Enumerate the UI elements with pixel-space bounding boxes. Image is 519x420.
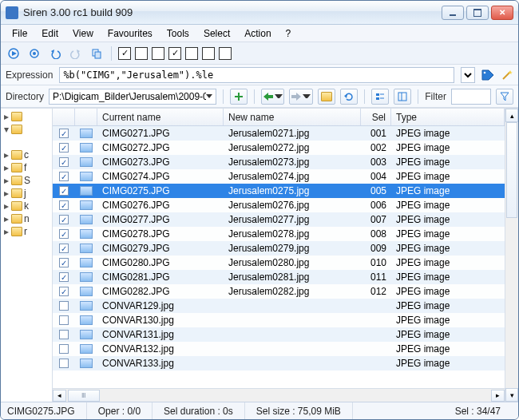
tree-item[interactable]: ▸r [2,225,50,238]
nav-forward-button[interactable] [289,89,312,105]
close-button[interactable] [491,6,513,20]
play-icon[interactable] [6,46,22,61]
maximize-button[interactable] [466,6,489,20]
table-row[interactable]: CIMG0274.JPGJerusalem0274.jpg004JPEG ima… [53,169,505,184]
row-checkbox[interactable] [59,200,69,210]
tree-item[interactable]: ▾ [2,123,50,136]
row-checkbox[interactable] [59,186,69,196]
refresh-button[interactable] [340,89,358,105]
tree-item[interactable]: ▸f [2,161,50,174]
directory-combo[interactable]: P:\Digicam_Bilder\Jerusalem\2009-08-27 0 [49,89,216,105]
tree-item[interactable]: ▸j [2,187,50,200]
menu-tools[interactable]: Tools [160,26,196,41]
table-row[interactable]: CIMG0282.JPGJerusalem0282.jpg012JPEG ima… [53,284,505,299]
scroll-up-button[interactable]: ▴ [505,109,518,122]
table-row[interactable]: CIMG0281.JPGJerusalem0281.jpg011JPEG ima… [53,270,505,284]
menu-select[interactable]: Select [197,26,236,41]
scroll-thumb[interactable] [506,122,517,218]
toolbar-check-1[interactable] [135,47,148,60]
row-checkbox[interactable] [59,229,69,239]
row-checkbox[interactable] [59,172,69,181]
nav-up-button[interactable] [318,89,335,105]
table-row[interactable]: CONVAR133.jpgJPEG image [53,356,505,370]
row-checkbox[interactable] [59,157,69,167]
scroll-thumb[interactable]: Ⅲ [68,390,100,402]
row-checkbox[interactable] [59,143,69,153]
vertical-scrollbar[interactable]: ▴ ▾ [505,109,518,402]
col-icon[interactable] [75,109,97,125]
gear-icon[interactable] [26,46,42,61]
scroll-left-button[interactable]: ◂ [53,390,66,402]
tree-item[interactable]: ▸n [2,212,50,225]
tree-item[interactable]: ▸k [2,200,50,212]
tag-icon[interactable] [481,69,494,81]
toolbar-check-3[interactable] [168,47,181,60]
menu-view[interactable]: View [66,26,100,41]
view-list-button[interactable] [371,89,389,105]
row-checkbox[interactable] [59,287,69,296]
table-row[interactable]: CIMG0279.JPGJerusalem0279.jpg009JPEG ima… [53,241,505,256]
expression-dropdown[interactable] [461,67,475,83]
menu-help[interactable]: ? [279,26,298,41]
table-row[interactable]: CIMG0272.JPGJerusalem0272.jpg002JPEG ima… [53,141,505,155]
filter-input[interactable] [451,89,491,105]
col-new-name[interactable]: New name [224,109,361,125]
table-row[interactable]: CIMG0275.JPGJerusalem0275.jpg005JPEG ima… [53,184,505,198]
row-checkbox[interactable] [59,272,69,282]
wand-icon[interactable] [501,69,513,81]
col-type[interactable]: Type [391,109,505,125]
menu-favourites[interactable]: Favourites [101,26,159,41]
row-checkbox[interactable] [59,244,69,253]
folder-tree[interactable]: ▸▾ ▸c▸f▸S▸j▸k▸n▸r [1,109,53,402]
table-row[interactable]: CIMG0280.JPGJerusalem0280.jpg010JPEG ima… [53,256,505,270]
row-checkbox[interactable] [59,315,69,325]
col-current-name[interactable]: Current name [97,109,224,125]
table-row[interactable]: CIMG0271.JPGJerusalem0271.jpg001JPEG ima… [53,126,505,141]
svg-line-10 [503,72,510,79]
table-row[interactable]: CONVAR131.jpgJPEG image [53,327,505,342]
col-sel[interactable]: Sel [361,109,391,125]
tree-item[interactable]: ▸c [2,149,50,161]
redo-icon[interactable] [68,46,84,61]
tree-item[interactable]: ▸S [2,174,50,187]
menu-action[interactable]: Action [238,26,277,41]
svg-point-9 [484,71,486,73]
cell-type: JPEG image [391,185,505,196]
row-checkbox[interactable] [59,359,69,368]
toolbar-check-0[interactable] [118,47,131,60]
table-row[interactable]: CIMG0273.JPGJerusalem0273.jpg003JPEG ima… [53,155,505,169]
file-rows[interactable]: CIMG0271.JPGJerusalem0271.jpg001JPEG ima… [53,126,505,388]
table-row[interactable]: CIMG0276.JPGJerusalem0276.jpg006JPEG ima… [53,198,505,212]
minimize-button[interactable] [442,6,464,20]
table-row[interactable]: CONVAR130.jpgJPEG image [53,313,505,327]
row-checkbox[interactable] [59,330,69,339]
undo-icon[interactable] [47,46,63,61]
row-checkbox[interactable] [59,215,69,224]
scroll-right-button[interactable]: ▸ [491,390,505,402]
menu-file[interactable]: File [6,26,34,41]
table-row[interactable]: CIMG0278.JPGJerusalem0278.jpg008JPEG ima… [53,227,505,241]
row-checkbox[interactable] [59,301,69,311]
row-checkbox[interactable] [59,344,69,354]
table-row[interactable]: CONVAR132.jpgJPEG image [53,342,505,356]
menu-edit[interactable]: Edit [35,26,65,41]
nav-back-button[interactable] [261,89,284,105]
col-checkbox[interactable] [53,109,75,125]
toolbar-check-4[interactable] [185,47,198,60]
row-checkbox[interactable] [59,258,69,267]
tree-item[interactable] [2,136,50,149]
row-checkbox[interactable] [59,129,69,138]
toolbar-check-6[interactable] [219,47,232,60]
copy-icon[interactable] [89,46,105,61]
tree-item[interactable]: ▸ [2,110,50,123]
add-favorite-button[interactable] [230,89,248,105]
toolbar-check-2[interactable] [152,47,164,60]
horizontal-scrollbar[interactable]: ◂ Ⅲ ▸ [53,388,505,402]
table-row[interactable]: CIMG0277.JPGJerusalem0277.jpg007JPEG ima… [53,212,505,227]
view-tree-button[interactable] [394,89,411,105]
filter-apply-button[interactable] [496,89,513,105]
toolbar-check-5[interactable] [202,47,215,60]
table-row[interactable]: CONVAR129.jpgJPEG image [53,299,505,313]
scroll-down-button[interactable]: ▾ [505,388,518,402]
expression-input[interactable] [59,67,454,83]
